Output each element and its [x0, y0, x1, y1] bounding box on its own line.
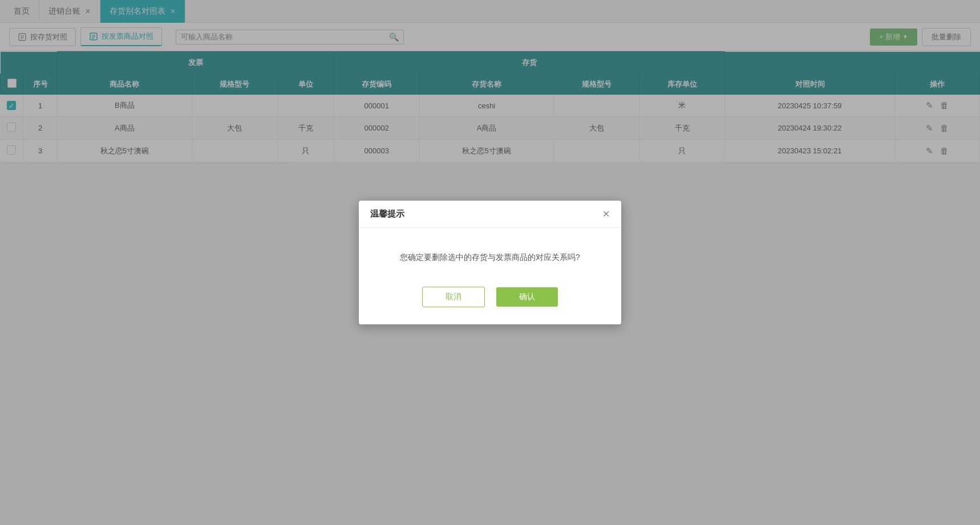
dialog-overlay: 温馨提示 ✕ 您确定要删除选中的存货与发票商品的对应关系吗? 取消 确认 [0, 0, 980, 162]
